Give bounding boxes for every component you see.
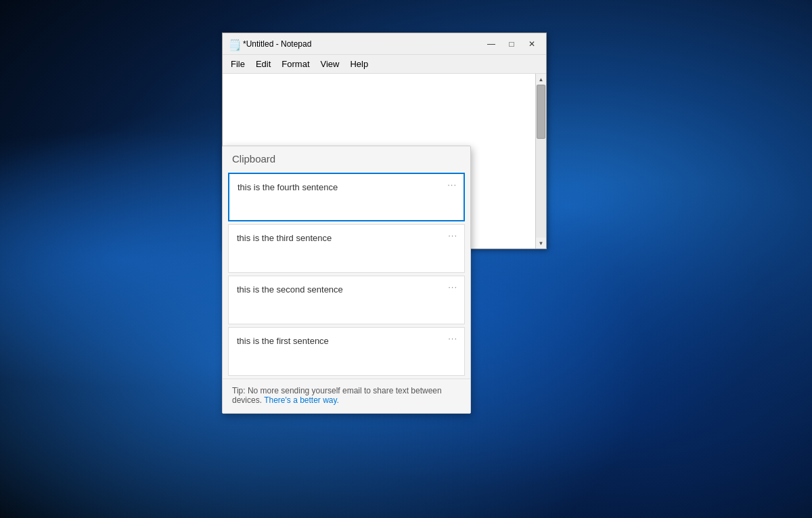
menu-file[interactable]: File xyxy=(225,58,250,70)
clipboard-item-menu-3[interactable]: ··· xyxy=(448,333,457,343)
minimize-button[interactable]: — xyxy=(482,37,500,51)
scrollbar[interactable]: ▲ ▼ xyxy=(535,74,546,249)
scroll-up-arrow[interactable]: ▲ xyxy=(536,74,547,85)
clipboard-item-menu-2[interactable]: ··· xyxy=(448,282,457,292)
clipboard-item-menu-0[interactable]: ··· xyxy=(447,179,457,190)
clipboard-item-menu-1[interactable]: ··· xyxy=(448,230,457,240)
notepad-app-icon: 🗒️ xyxy=(228,39,239,49)
clipboard-item-text-2: this is the second sentence xyxy=(237,284,343,295)
scroll-track[interactable] xyxy=(536,85,546,238)
window-controls: — □ ✕ xyxy=(482,37,541,51)
clipboard-item-2[interactable]: this is the second sentence ··· xyxy=(228,276,465,324)
menu-bar: File Edit Format View Help xyxy=(223,55,546,74)
clipboard-item-0[interactable]: this is the fourth sentence ··· xyxy=(228,173,465,221)
clipboard-header: Clipboard xyxy=(223,146,470,170)
clipboard-item-3[interactable]: this is the first sentence ··· xyxy=(228,327,465,376)
clipboard-tip: Tip: No more sending yourself email to s… xyxy=(223,379,470,413)
clipboard-item-1[interactable]: this is the third sentence ··· xyxy=(228,224,465,273)
close-button[interactable]: ✕ xyxy=(523,37,541,51)
scroll-thumb[interactable] xyxy=(537,85,545,139)
window-title: *Untitled - Notepad xyxy=(243,39,311,49)
menu-format[interactable]: Format xyxy=(276,58,315,70)
clipboard-panel: Clipboard this is the fourth sentence ··… xyxy=(222,146,471,414)
clipboard-item-text-0: this is the fourth sentence xyxy=(238,182,338,192)
title-bar: 🗒️ *Untitled - Notepad — □ ✕ xyxy=(223,33,546,55)
title-bar-left: 🗒️ *Untitled - Notepad xyxy=(228,39,311,49)
clipboard-tip-link[interactable]: There's a better way. xyxy=(264,395,339,405)
clipboard-item-text-1: this is the third sentence xyxy=(237,233,332,243)
menu-edit[interactable]: Edit xyxy=(250,58,276,70)
scroll-down-arrow[interactable]: ▼ xyxy=(536,238,547,249)
maximize-button[interactable]: □ xyxy=(503,37,520,51)
clipboard-item-text-3: this is the first sentence xyxy=(237,336,329,346)
menu-view[interactable]: View xyxy=(315,58,345,70)
menu-help[interactable]: Help xyxy=(344,58,374,70)
